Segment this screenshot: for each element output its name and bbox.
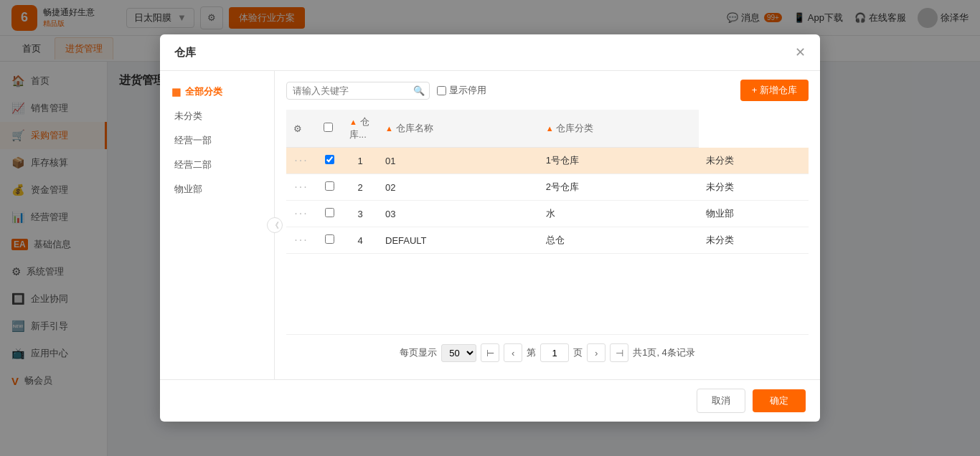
search-input[interactable] — [293, 85, 413, 96]
row-index: 1 — [342, 148, 378, 174]
table-toolbar: 🔍 显示停用 + 新增仓库 — [286, 80, 809, 101]
row-code: 03 — [378, 201, 539, 227]
category-item-property[interactable]: 物业部 — [160, 177, 274, 201]
warehouse-table: ⚙ ▲ 仓库... ▲ 仓库名称 ▲ 仓库分类 — [286, 110, 809, 254]
sort-arrow-cat: ▲ — [546, 124, 554, 133]
row-category: 物业部 — [699, 201, 809, 227]
row-code: 01 — [378, 148, 539, 174]
total-info: 共1页, 4条记录 — [633, 346, 695, 359]
show-disabled-checkbox[interactable] — [437, 86, 446, 95]
category-panel: ▦ 全部分类 未分类 经营一部 经营二部 物业部 《 — [160, 71, 275, 379]
warehouse-modal: 仓库 ✕ ▦ 全部分类 未分类 经营一部 经营二部 物业部 《 🔍 — [160, 34, 820, 422]
page-size-label: 每页显示 — [400, 346, 437, 359]
table-row[interactable]: ··· 1 01 1号仓库 未分类 — [286, 148, 809, 174]
row-code: 02 — [378, 174, 539, 201]
category-item-unclassified[interactable]: 未分类 — [160, 104, 274, 128]
table-row[interactable]: ··· 4 DEFAULT 总仓 未分类 — [286, 227, 809, 254]
cancel-button[interactable]: 取消 — [697, 389, 745, 413]
row-checkbox[interactable] — [325, 181, 334, 191]
row-name: 水 — [539, 201, 699, 227]
sort-arrow-no: ▲ — [349, 118, 357, 126]
page-number-input[interactable] — [540, 343, 569, 362]
row-checkbox-cell — [316, 201, 342, 227]
row-checkbox-cell — [316, 227, 342, 254]
modal-close-button[interactable]: ✕ — [795, 44, 806, 60]
first-page-button[interactable]: ⊢ — [481, 343, 499, 362]
row-checkbox[interactable] — [325, 155, 334, 164]
col-no-header: ▲ 仓库... — [342, 110, 378, 148]
row-name: 1号仓库 — [539, 148, 699, 174]
search-icon[interactable]: 🔍 — [413, 85, 425, 96]
row-checkbox[interactable] — [325, 234, 334, 244]
confirm-button[interactable]: 确定 — [753, 389, 806, 412]
row-actions[interactable]: ··· — [286, 227, 316, 254]
col-check-header — [316, 110, 342, 148]
col-name-header: ▲ 仓库名称 — [378, 110, 539, 148]
show-disabled-label[interactable]: 显示停用 — [437, 84, 486, 97]
category-item-dept1[interactable]: 经营一部 — [160, 128, 274, 153]
modal-body: ▦ 全部分类 未分类 经营一部 经营二部 物业部 《 🔍 显示停用 + 新增 — [160, 71, 820, 379]
category-item-dept2[interactable]: 经营二部 — [160, 153, 274, 177]
row-code: DEFAULT — [378, 227, 539, 254]
table-panel: 🔍 显示停用 + 新增仓库 ⚙ ▲ 仓库... — [275, 71, 820, 379]
sort-arrow-name: ▲ — [385, 124, 393, 133]
next-page-button[interactable]: › — [587, 343, 606, 362]
modal-header: 仓库 ✕ — [160, 34, 820, 71]
row-category: 未分类 — [699, 174, 809, 201]
row-name: 2号仓库 — [539, 174, 699, 201]
row-name: 总仓 — [539, 227, 699, 254]
row-checkbox-cell — [316, 148, 342, 174]
search-input-wrap: 🔍 — [286, 82, 430, 100]
collapse-category-button[interactable]: 《 — [267, 217, 283, 233]
row-category: 未分类 — [699, 148, 809, 174]
col-category-header: ▲ 仓库分类 — [539, 110, 699, 148]
table-row[interactable]: ··· 2 02 2号仓库 未分类 — [286, 174, 809, 201]
page-size-select[interactable]: 50 — [441, 344, 476, 362]
row-actions[interactable]: ··· — [286, 201, 316, 227]
page-label2: 页 — [573, 346, 583, 359]
table-header-row: ⚙ ▲ 仓库... ▲ 仓库名称 ▲ 仓库分类 — [286, 110, 809, 148]
row-checkbox-cell — [316, 174, 342, 201]
last-page-button[interactable]: ⊣ — [610, 343, 628, 362]
row-actions[interactable]: ··· — [286, 148, 316, 174]
select-all-checkbox[interactable] — [324, 123, 333, 132]
add-warehouse-button[interactable]: + 新增仓库 — [740, 80, 809, 101]
grid-icon: ▦ — [171, 86, 181, 98]
table-row[interactable]: ··· 3 03 水 物业部 — [286, 201, 809, 227]
prev-page-button[interactable]: ‹ — [504, 343, 522, 362]
all-category-header[interactable]: ▦ 全部分类 — [160, 80, 274, 104]
row-category: 未分类 — [699, 227, 809, 254]
modal-title: 仓库 — [174, 46, 196, 60]
row-index: 3 — [342, 201, 378, 227]
table-body: ··· 1 01 1号仓库 未分类 ··· 2 02 2号仓库 未分类 ··· … — [286, 148, 809, 254]
row-actions[interactable]: ··· — [286, 174, 316, 201]
col-gear-header: ⚙ — [286, 110, 316, 148]
row-index: 2 — [342, 174, 378, 201]
page-label: 第 — [527, 346, 536, 359]
pagination: 每页显示 50 ⊢ ‹ 第 页 › ⊣ 共1页, 4条记录 — [286, 334, 809, 371]
modal-footer: 取消 确定 — [160, 379, 820, 422]
row-checkbox[interactable] — [325, 208, 334, 217]
row-index: 4 — [342, 227, 378, 254]
